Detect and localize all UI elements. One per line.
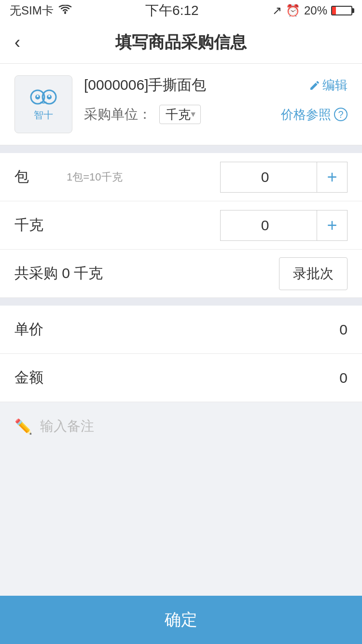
summary-row: 共采购 0 千克 录批次 xyxy=(0,250,362,298)
product-image: 智十 xyxy=(14,75,72,133)
svg-point-5 xyxy=(37,95,39,97)
nav-bar: ‹ 填写商品采购信息 xyxy=(0,21,362,64)
footer-spacer xyxy=(0,450,362,528)
purchase-unit-label: 采购单位： xyxy=(84,105,152,124)
bag-label: 包 xyxy=(14,167,63,187)
purchase-unit-row: 采购单位： 千克 价格参照 ? xyxy=(84,105,348,124)
bag-plus-button[interactable]: + xyxy=(317,162,348,193)
status-left: 无SIM卡 xyxy=(10,3,72,18)
product-info: [0000006]手撕面包 编辑 采购单位： 千克 价格参照 ? xyxy=(84,75,348,124)
note-section[interactable]: ✏️ 输入备注 xyxy=(0,402,362,450)
page-title: 填写商品采购信息 xyxy=(115,31,247,54)
pencil-icon: ✏️ xyxy=(14,418,32,435)
status-right: ↗ ⏰ 20% xyxy=(272,4,352,17)
kg-input-row: 千克 + xyxy=(0,201,362,250)
bag-sub-label: 1包=10千克 xyxy=(67,170,123,184)
kg-label: 千克 xyxy=(14,215,63,235)
price-ref-icon: ? xyxy=(334,108,348,121)
edit-button[interactable]: 编辑 xyxy=(309,77,348,94)
price-ref-button[interactable]: 价格参照 ? xyxy=(281,106,348,123)
amount-value: 0 xyxy=(339,370,348,386)
price-section: 单价 0 金额 0 xyxy=(0,306,362,402)
kg-quantity-input[interactable] xyxy=(220,210,317,241)
location-icon: ↗ xyxy=(272,4,282,17)
edit-icon xyxy=(309,80,320,91)
wifi-icon xyxy=(58,4,72,17)
status-time: 下午6:12 xyxy=(145,1,199,20)
bag-input-wrapper: + xyxy=(220,162,348,193)
unit-select-wrapper[interactable]: 千克 xyxy=(159,105,201,124)
section-separator-2 xyxy=(0,298,362,306)
unit-select[interactable]: 千克 xyxy=(159,105,201,124)
product-name-row: [0000006]手撕面包 编辑 xyxy=(84,75,348,95)
amount-row: 金额 0 xyxy=(0,354,362,402)
note-placeholder: 输入备注 xyxy=(40,417,94,435)
bag-quantity-input[interactable] xyxy=(220,162,317,193)
brand-label: 智十 xyxy=(34,109,53,122)
unit-price-label: 单价 xyxy=(14,320,43,339)
summary-text: 共采购 0 千克 xyxy=(14,264,103,283)
battery-icon xyxy=(331,6,352,15)
svg-point-6 xyxy=(48,95,50,97)
alarm-icon: ⏰ xyxy=(286,4,300,17)
section-separator-1 xyxy=(0,145,362,153)
confirm-button[interactable]: 确定 xyxy=(0,596,362,644)
bottom-area: 确定 xyxy=(0,596,362,644)
bag-input-row: 包 1包=10千克 + xyxy=(0,153,362,201)
batch-button[interactable]: 录批次 xyxy=(279,257,348,290)
kg-input-wrapper: + xyxy=(220,210,348,241)
product-card: 智十 [0000006]手撕面包 编辑 采购单位： 千克 价格参照 ? xyxy=(0,64,362,145)
input-section: 包 1包=10千克 + 千克 + xyxy=(0,153,362,250)
battery-percent: 20% xyxy=(304,4,327,17)
back-button[interactable]: ‹ xyxy=(14,32,20,53)
amount-label: 金额 xyxy=(14,368,43,388)
owl-logo-icon xyxy=(29,87,58,107)
carrier-text: 无SIM卡 xyxy=(10,3,54,18)
status-bar: 无SIM卡 下午6:12 ↗ ⏰ 20% xyxy=(0,0,362,21)
unit-price-value: 0 xyxy=(339,322,348,338)
svg-point-0 xyxy=(64,12,66,14)
kg-plus-button[interactable]: + xyxy=(317,210,348,241)
product-full-name: [0000006]手撕面包 xyxy=(84,75,206,95)
unit-price-row: 单价 0 xyxy=(0,306,362,354)
